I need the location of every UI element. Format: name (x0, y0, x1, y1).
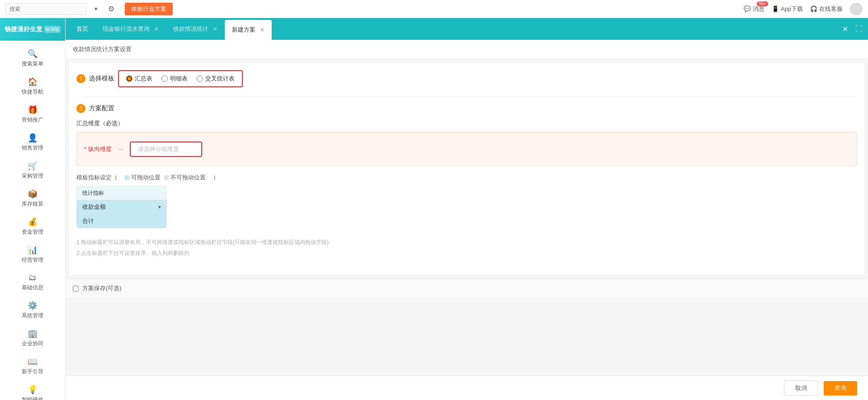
page-header: 收款情况统计方案设置 (66, 40, 868, 59)
legend-fixed: 不可拖动位置 (164, 174, 206, 182)
indicator-cell-amount[interactable]: 收款金额 ▾ (77, 200, 166, 214)
basic-icon: 🗂 (28, 273, 37, 282)
messages-badge: 99+ (757, 1, 768, 6)
dimension-select-placeholder: 请选择分组维度 (138, 146, 179, 152)
sidebar-item-basic[interactable]: 🗂 基础信息 (0, 268, 65, 296)
sidebar-item-label: 基础信息 (22, 284, 43, 292)
sidebar-item-label: 快捷导航 (22, 88, 43, 96)
tab-bar-controls: ✕ ⛶ (840, 23, 864, 35)
sidebar-item-system[interactable]: ⚙️ 系统管理 (0, 296, 65, 324)
tab-new-plan[interactable]: 新建方案 ✕ (225, 20, 272, 40)
tab-bank-flow-close[interactable]: ✕ (154, 26, 159, 32)
bottom-bar: 取消 查询 (66, 376, 868, 400)
step1-label: 选择模板 (89, 75, 114, 83)
tips-line-2: 2.点击标题栏下拉可设置排序、插入列和删除列 (76, 248, 857, 259)
tab-new-plan-close[interactable]: ✕ (260, 27, 264, 33)
service-icon: 🎧 (810, 5, 817, 12)
radio-detail[interactable]: 明细表 (161, 75, 188, 83)
step2-section: 2 方案配置 汇总维度（必选） * 纵向维度 → (76, 104, 857, 259)
operations-icon: 📊 (28, 245, 38, 255)
app-download-item[interactable]: 📱 App下载 (772, 5, 803, 13)
page-content: 收款情况统计方案设置 1 选择模板 汇总表 (66, 40, 868, 376)
indicator-dropdown-icon[interactable]: ▾ (158, 204, 161, 210)
search-icon: 🔍 (28, 49, 38, 59)
dimension-row: * 纵向维度 → 请选择分组维度 (84, 141, 849, 157)
radio-summary-input[interactable] (126, 75, 132, 82)
indicator-header: 模板指标设定（ 可拖动位置 不可拖动位置 (76, 174, 857, 182)
step2-num: 2 (76, 104, 85, 113)
guide-icon: 📖 (28, 357, 38, 367)
sidebar-item-sales[interactable]: 👤 销售管理 (0, 128, 65, 156)
legend-draggable-label: 可拖动位置 (131, 174, 160, 182)
indicator-table-header: 统计指标 (77, 187, 166, 200)
sidebar-item-label: 搜索菜单 (22, 60, 43, 68)
tips-section: 1.拖动标题栏可以调整布局，不可跨维度或指标区域拖动栏目字段(只能在同一维度或指… (76, 237, 857, 259)
sidebar-item-label: 销售管理 (22, 144, 43, 152)
tab-home[interactable]: 首页 (69, 18, 95, 40)
dropdown-icon[interactable]: ▾ (90, 4, 101, 14)
radio-cross[interactable]: 交叉统计表 (197, 75, 235, 83)
sidebar-item-search[interactable]: 🔍 搜索菜单 (0, 44, 65, 72)
indicator-table-header-label: 统计指标 (82, 190, 104, 196)
radio-group-template: 汇总表 明细表 交叉统计表 (118, 70, 243, 87)
save-checkbox[interactable] (73, 286, 79, 292)
user-info-item[interactable] (850, 3, 863, 15)
sidebar-item-finance[interactable]: 💰 资金管理 (0, 212, 65, 240)
avatar (850, 3, 863, 15)
tab-collection-stats-close[interactable]: ✕ (213, 26, 217, 32)
sidebar-item-inventory[interactable]: 📦 库存核算 (0, 184, 65, 212)
messages-item[interactable]: 💬 消息 99+ (744, 5, 764, 13)
top-bar-right: 💬 消息 99+ 📱 App下载 🎧 在线客服 (744, 3, 863, 15)
tab-bank-flow[interactable]: 现金银行流水查询 ✕ (95, 18, 166, 40)
tab-close-all-icon[interactable]: ✕ (840, 23, 850, 35)
tips-line-1: 1.拖动标题栏可以调整布局，不可跨维度或指标区域拖动栏目字段(只能在同一维度或指… (76, 237, 857, 248)
legend-draggable: 可拖动位置 (125, 174, 160, 182)
radio-cross-input[interactable] (197, 75, 203, 82)
sales-icon: 👤 (28, 133, 38, 143)
form-area: 1 选择模板 汇总表 明细表 (69, 63, 864, 275)
radio-cross-label: 交叉统计表 (205, 75, 235, 83)
sidebar-item-label: 智能硬件 (22, 396, 43, 400)
online-service-item[interactable]: 🎧 在线客服 (810, 5, 843, 13)
sidebar-item-label: 库存核算 (22, 200, 43, 208)
trial-button[interactable]: 体验行业方案 (125, 3, 173, 15)
online-service-label: 在线客服 (819, 5, 843, 13)
radio-detail-input[interactable] (161, 75, 168, 82)
logo-badge: 标准版 (44, 26, 61, 33)
tab-collection-stats[interactable]: 收款情况统计 ✕ (166, 18, 225, 40)
sidebar-item-marketing[interactable]: 🎁 营销推广 (0, 100, 65, 128)
indicator-total-label: 合计 (82, 217, 94, 224)
app-download-label: App下载 (781, 5, 803, 13)
gear-icon[interactable]: ⚙ (105, 3, 118, 15)
indicator-table: 统计指标 收款金额 ▾ 合计 (76, 186, 167, 228)
arrow-icon: → (117, 145, 124, 153)
legend-dot-gray (164, 175, 169, 180)
dimension-select[interactable]: 请选择分组维度 (130, 141, 202, 157)
sidebar-item-label: 营销推广 (22, 116, 43, 124)
legend-dot-blue (125, 175, 129, 180)
sidebar-item-quick-nav[interactable]: 🏠 快捷导航 (0, 72, 65, 100)
tab-bar: 首页 现金银行流水查询 ✕ 收款情况统计 ✕ 新建方案 ✕ ✕ ⛶ (66, 18, 868, 40)
tab-bank-flow-label: 现金银行流水查询 (103, 25, 150, 33)
save-section: 方案保存(可选) (66, 278, 868, 298)
finance-icon: 💰 (28, 217, 38, 227)
cancel-button[interactable]: 取消 (784, 381, 818, 396)
sidebar-item-guide[interactable]: 📖 新手引导 (0, 352, 65, 380)
sidebar-item-purchase[interactable]: 🛒 采购管理 (0, 156, 65, 184)
page-title: 收款情况统计方案设置 (73, 46, 132, 52)
logo-text: 畅捷通好生意 (5, 25, 42, 33)
radio-summary[interactable]: 汇总表 (126, 75, 152, 83)
query-button[interactable]: 查询 (824, 381, 857, 395)
dimension-area: * 纵向维度 → 请选择分组维度 (76, 132, 857, 166)
sidebar-item-label: 企业协同 (22, 340, 43, 348)
tab-new-plan-label: 新建方案 (232, 26, 255, 34)
sidebar-item-hardware[interactable]: 💡 智能硬件 (0, 380, 65, 400)
search-input[interactable] (5, 3, 87, 15)
vertical-dimension-label: * 纵向维度 (84, 145, 112, 153)
sidebar-item-enterprise[interactable]: 🏢 企业协同 (0, 324, 65, 352)
sidebar-item-operations[interactable]: 📊 经营管理 (0, 240, 65, 268)
purchase-icon: 🛒 (28, 161, 38, 171)
save-label: 方案保存(可选) (82, 284, 122, 292)
tab-expand-icon[interactable]: ⛶ (854, 23, 864, 35)
system-icon: ⚙️ (28, 301, 38, 311)
